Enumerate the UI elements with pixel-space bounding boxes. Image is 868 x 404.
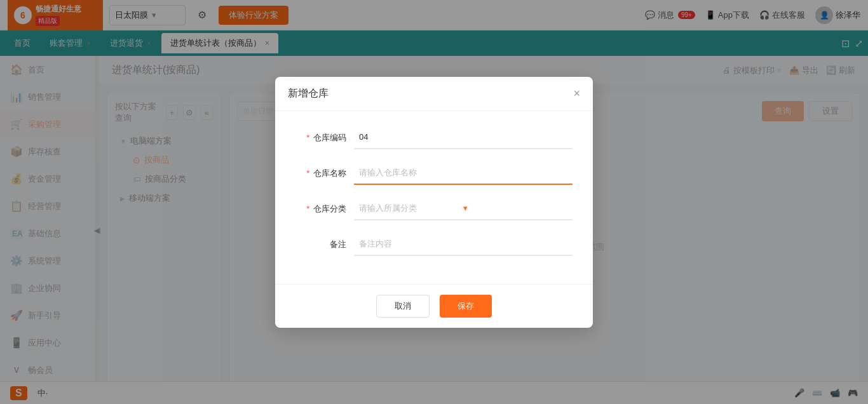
name-label: * 仓库名称 xyxy=(295,168,346,179)
dialog-title: 新增仓库 xyxy=(288,87,329,100)
dialog-overlay: 新增仓库 × * 仓库编码 * 仓库名称 xyxy=(0,0,868,404)
form-row-remark: 备注 xyxy=(295,233,573,256)
form-row-name: * 仓库名称 xyxy=(295,162,573,185)
form-row-code: * 仓库编码 xyxy=(295,126,573,149)
dialog-close-button[interactable]: × xyxy=(573,87,580,100)
form-row-category: * 仓库分类 请输入所属分类 ▾ xyxy=(295,198,573,220)
dialog-body: * 仓库编码 * 仓库名称 * 仓库分类 请输入所属 xyxy=(275,111,593,284)
new-warehouse-dialog: 新增仓库 × * 仓库编码 * 仓库名称 xyxy=(275,77,593,328)
category-dropdown-icon: ▾ xyxy=(463,203,567,213)
cancel-button[interactable]: 取消 xyxy=(376,295,430,318)
save-button[interactable]: 保存 xyxy=(440,295,492,318)
category-select[interactable]: 请输入所属分类 ▾ xyxy=(354,198,573,220)
code-input[interactable] xyxy=(354,126,573,149)
remark-input[interactable] xyxy=(354,233,573,256)
remark-label: 备注 xyxy=(295,239,346,250)
code-label: * 仓库编码 xyxy=(295,132,346,144)
category-label: * 仓库分类 xyxy=(295,203,346,215)
name-input[interactable] xyxy=(354,162,573,185)
dialog-footer: 取消 保存 xyxy=(275,284,593,328)
dialog-header: 新增仓库 × xyxy=(275,77,593,111)
